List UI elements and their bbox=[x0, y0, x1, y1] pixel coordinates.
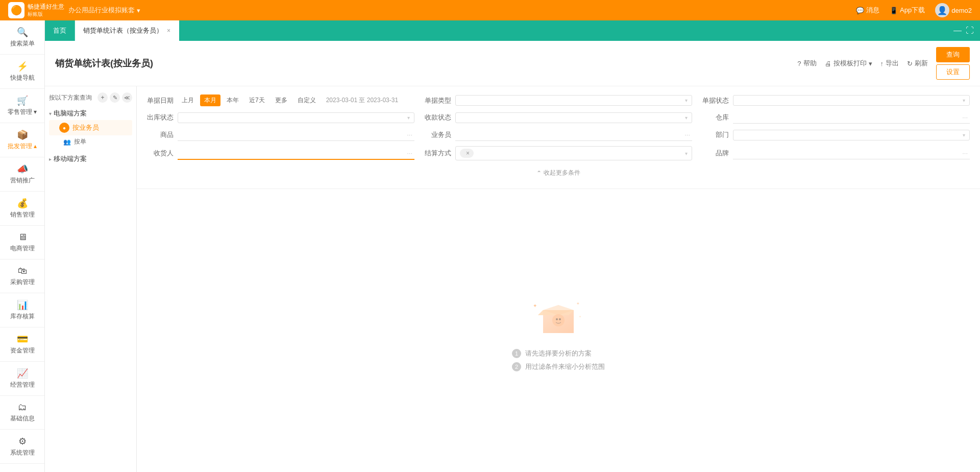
tab-bar: 首页 销货单统计表（按业务员） × — ⛶ bbox=[45, 20, 980, 41]
filter-date-cell: 单据日期 上月 本月 本年 近7天 更多 自定义 2023-03-01 至 20… bbox=[147, 95, 414, 106]
scheme-group-desktop-header[interactable]: ▾ 电脑端方案 bbox=[49, 107, 132, 120]
date-btn-this-month[interactable]: 本月 bbox=[200, 95, 220, 106]
left-panel: 按以下方案查询 + ✎ ≪ bbox=[45, 86, 137, 472]
ecommerce-icon: 🖥 bbox=[2, 232, 42, 243]
sidebar-item-shortcut[interactable]: ⚡ 快捷导航 bbox=[0, 55, 44, 89]
sidebar-item-enterprise[interactable]: 🤝 企业协同 bbox=[0, 464, 44, 472]
tab-bar-right: — ⛶ bbox=[947, 26, 980, 35]
sidebar-item-retail[interactable]: 🛒 零售管理 ▾ bbox=[0, 89, 44, 123]
sidebar-item-inventory[interactable]: 📊 库存核算 bbox=[0, 293, 44, 327]
user-area[interactable]: 👤 demo2 bbox=[935, 3, 972, 17]
filter-payment-input[interactable]: × ▾ bbox=[455, 146, 692, 160]
edit-scheme-button[interactable]: ✎ bbox=[110, 92, 120, 103]
filter-goods-input[interactable]: ··· bbox=[178, 129, 414, 141]
sidebar-item-marketing[interactable]: 📣 营销推广 bbox=[0, 157, 44, 192]
filter-department-input[interactable]: ▾ bbox=[733, 130, 970, 140]
filter-receipt-status-input[interactable]: ▾ bbox=[455, 112, 692, 123]
filter-consignee-label: 收货人 bbox=[147, 149, 174, 158]
filter-salesperson-input[interactable]: ··· bbox=[455, 129, 692, 141]
search-icon: 🔍 bbox=[2, 27, 42, 38]
chevron-down-icon: ▾ bbox=[137, 7, 140, 14]
print-icon: 🖨 bbox=[825, 60, 831, 67]
app-download-button[interactable]: 📱 App下载 bbox=[890, 6, 925, 15]
payment-tag: × bbox=[460, 149, 474, 158]
filter-out-status-input[interactable]: ▾ bbox=[178, 112, 414, 123]
scheme-group-mobile-header[interactable]: ▸ 移动端方案 bbox=[49, 152, 132, 166]
refresh-button[interactable]: ↻ 刷新 bbox=[907, 59, 928, 68]
system-icon: ⚙ bbox=[2, 436, 42, 447]
filter-out-status-cell: 出库状态 ▾ bbox=[147, 112, 414, 123]
sidebar-item-finance[interactable]: 💳 资金管理 bbox=[0, 327, 44, 362]
add-scheme-button[interactable]: + bbox=[97, 92, 108, 103]
collapse-panel-button[interactable]: ≪ bbox=[122, 92, 132, 103]
sidebar-item-ecommerce[interactable]: 🖥 电商管理 bbox=[0, 226, 44, 259]
left-panel-header: 按以下方案查询 + ✎ ≪ bbox=[49, 90, 132, 107]
scheme-active-label: 按业务员 bbox=[72, 123, 99, 132]
sidebar-item-sales[interactable]: 💰 销售管理 bbox=[0, 192, 44, 226]
collapse-icon: ≪ bbox=[124, 95, 130, 101]
scheme-group-desktop: ▾ 电脑端方案 ● 按业务员 👥 按单 bbox=[49, 107, 132, 148]
page-header-actions: ? 帮助 🖨 按模板打印 ▾ ↑ 导出 ↻ bbox=[797, 47, 970, 80]
query-button[interactable]: 查询 bbox=[936, 47, 970, 62]
svg-point-6 bbox=[559, 318, 561, 320]
scheme-group-mobile: ▸ 移动端方案 bbox=[49, 152, 132, 166]
app-dropdown[interactable]: 办公用品行业模拟账套 ▾ bbox=[68, 6, 140, 15]
message-button[interactable]: 💬 消息 bbox=[856, 6, 879, 15]
export-button[interactable]: ↑ 导出 bbox=[880, 59, 899, 68]
setting-button[interactable]: 设置 bbox=[936, 64, 970, 80]
payment-tag-remove[interactable]: × bbox=[466, 150, 470, 157]
filter-out-status-label: 出库状态 bbox=[147, 113, 174, 122]
date-selector: 上月 本月 本年 近7天 更多 自定义 2023-03-01 至 2023-03… bbox=[178, 95, 398, 106]
filter-order-type-input[interactable]: ▾ bbox=[455, 95, 692, 106]
sidebar-item-wholesale[interactable]: 📦 批发管理 ▴ bbox=[0, 123, 44, 157]
query-setting-group: 查询 设置 bbox=[936, 47, 970, 80]
tab-close-icon[interactable]: × bbox=[167, 27, 170, 34]
help-button[interactable]: ? 帮助 bbox=[797, 59, 816, 68]
app-dropdown-label: 办公用品行业模拟账套 bbox=[68, 6, 135, 15]
marketing-icon: 📣 bbox=[2, 163, 42, 175]
filter-order-type-cell: 单据类型 ▾ bbox=[425, 95, 692, 106]
tab-home[interactable]: 首页 bbox=[45, 20, 75, 41]
filter-row-1: 单据日期 上月 本月 本年 近7天 更多 自定义 2023-03-01 至 20… bbox=[147, 95, 970, 106]
goods-dots-icon[interactable]: ··· bbox=[407, 131, 412, 138]
tab-maximize-button[interactable]: ⛶ bbox=[966, 26, 974, 35]
date-btn-last-month[interactable]: 上月 bbox=[178, 95, 198, 106]
page-header: 销货单统计表(按业务员) ? 帮助 🖨 按模板打印 ▾ ↑ bbox=[45, 41, 980, 86]
tab-sales-stat[interactable]: 销货单统计表（按业务员） × bbox=[75, 20, 179, 41]
operations-icon: 📈 bbox=[2, 368, 42, 379]
logo-text-block: 畅捷通好生意 标账版 bbox=[28, 3, 64, 18]
warehouse-dots-icon[interactable]: ··· bbox=[962, 113, 968, 121]
collapse-more-button[interactable]: ⌃ 收起更多条件 bbox=[147, 166, 970, 180]
inventory-icon: 📊 bbox=[2, 299, 42, 311]
brand-dots-icon[interactable]: ··· bbox=[962, 149, 968, 157]
scheme-sub-item-by-order[interactable]: 👥 按单 bbox=[49, 135, 132, 148]
tab-sales-stat-label: 销货单统计表（按业务员） bbox=[83, 26, 163, 35]
filter-order-status-input[interactable]: ▾ bbox=[733, 95, 970, 106]
sidebar-item-search[interactable]: 🔍 搜索菜单 bbox=[0, 20, 44, 55]
tab-minimize-button[interactable]: — bbox=[953, 26, 962, 35]
date-btn-last-7-days[interactable]: 近7天 bbox=[245, 95, 269, 106]
retail-expand-icon: ▾ bbox=[34, 108, 37, 115]
export-icon: ↑ bbox=[880, 60, 884, 67]
sidebar-item-system[interactable]: ⚙ 系统管理 bbox=[0, 430, 44, 464]
filter-department-cell: 部门 ▾ bbox=[702, 130, 970, 140]
print-button[interactable]: 🖨 按模板打印 ▾ bbox=[825, 59, 872, 68]
workspace: 按以下方案查询 + ✎ ≪ bbox=[45, 86, 980, 472]
sidebar-item-basic[interactable]: 🗂 基础信息 bbox=[0, 396, 44, 430]
date-btn-custom[interactable]: 自定义 bbox=[293, 95, 320, 106]
tip-num-1: 1 bbox=[512, 349, 521, 358]
enterprise-icon: 🤝 bbox=[2, 470, 42, 472]
date-btn-this-year[interactable]: 本年 bbox=[223, 95, 243, 106]
filter-warehouse-input[interactable]: ··· bbox=[733, 111, 970, 124]
salesperson-dots-icon[interactable]: ··· bbox=[684, 131, 690, 138]
filter-brand-input[interactable]: ··· bbox=[733, 147, 970, 159]
avatar: 👤 bbox=[935, 3, 949, 17]
scheme-item-by-salesperson[interactable]: ● 按业务员 bbox=[49, 120, 132, 135]
svg-text:✦: ✦ bbox=[576, 301, 580, 306]
consignee-dots-icon[interactable]: ··· bbox=[407, 149, 412, 157]
date-btn-more[interactable]: 更多 bbox=[271, 95, 291, 106]
sidebar-item-purchase[interactable]: 🛍 采购管理 bbox=[0, 259, 44, 293]
page-content: 销货单统计表(按业务员) ? 帮助 🖨 按模板打印 ▾ ↑ bbox=[45, 41, 980, 472]
filter-consignee-input[interactable]: ··· bbox=[178, 147, 414, 160]
sidebar-item-operations[interactable]: 📈 经营管理 bbox=[0, 362, 44, 396]
